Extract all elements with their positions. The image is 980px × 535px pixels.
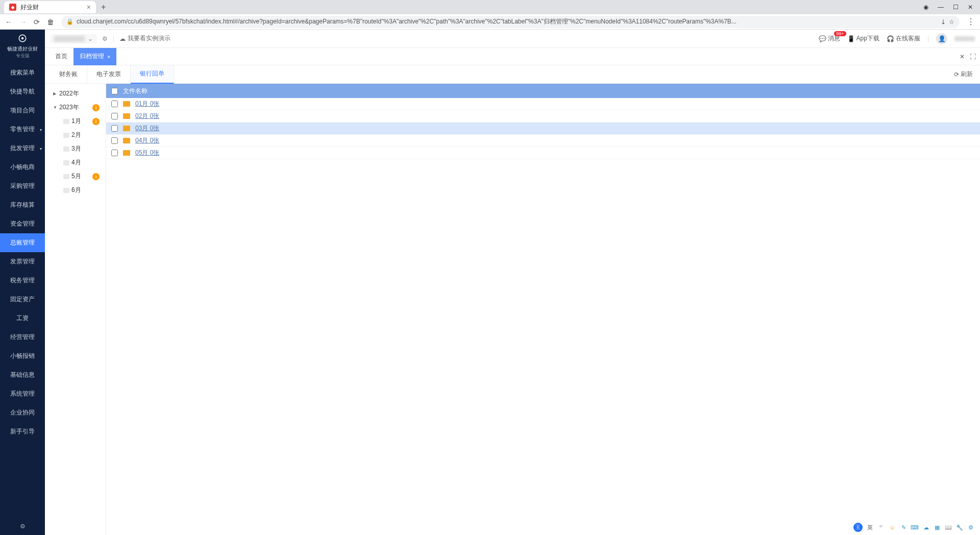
close-tab-icon[interactable]: × xyxy=(107,54,110,60)
svg-point-1 xyxy=(21,37,24,40)
sidebar-item-9[interactable]: 总账管理 xyxy=(0,233,45,252)
tree-year-2022-label: 2022年 xyxy=(59,89,79,98)
row-filename-link[interactable]: 03月 0张 xyxy=(135,124,159,133)
alert-dot-icon: i xyxy=(92,118,100,125)
row-checkbox[interactable] xyxy=(111,150,118,156)
sidebar-item-10[interactable]: 发票管理 xyxy=(0,252,45,271)
headset-icon: 🎧 xyxy=(887,35,894,42)
ime-settings-icon[interactable]: ⚙ xyxy=(967,523,975,531)
sidebar-item-12[interactable]: 固定资产 xyxy=(0,290,45,309)
sidebar-item-8[interactable]: 资金管理 xyxy=(0,214,45,233)
sidebar-item-14[interactable]: 经营管理 xyxy=(0,328,45,347)
select-all-checkbox[interactable] xyxy=(111,88,118,94)
app-download-button[interactable]: 📱 App下载 xyxy=(847,34,879,43)
sidebar-item-17[interactable]: 系统管理 xyxy=(0,384,45,403)
forward-icon[interactable]: → xyxy=(19,18,27,26)
sidebar-item-6[interactable]: 采购管理 xyxy=(0,177,45,196)
gear-icon[interactable]: ⚙ xyxy=(102,35,108,42)
close-tab-icon[interactable]: × xyxy=(87,3,91,11)
tab-archive[interactable]: 归档管理 × xyxy=(74,48,116,65)
row-checkbox[interactable] xyxy=(111,137,118,144)
row-checkbox[interactable] xyxy=(111,101,118,107)
company-selector[interactable]: ⌄ xyxy=(50,34,97,43)
row-checkbox[interactable] xyxy=(111,125,118,132)
reload-icon[interactable]: ⟳ xyxy=(34,18,40,26)
tree-month-4[interactable]: 4月 xyxy=(45,156,106,169)
list-row[interactable]: 04月 0张 xyxy=(106,135,980,147)
list-row[interactable]: 03月 0张 xyxy=(106,123,980,135)
inner-tabs: 财务账 电子发票 银行回单 ⟳ 刷新 xyxy=(45,65,980,84)
support-button[interactable]: 🎧 在线客服 xyxy=(887,34,920,43)
fullscreen-icon[interactable]: ⛶ xyxy=(970,53,976,60)
maximize-icon[interactable]: ☐ xyxy=(953,4,959,11)
minimize-icon[interactable]: — xyxy=(938,4,944,11)
menu-icon[interactable]: ⋮ xyxy=(967,17,975,27)
ime-lang-toggle[interactable]: 英 xyxy=(866,523,874,531)
app-download-label: App下载 xyxy=(856,34,879,43)
sidebar-item-15[interactable]: 小畅报销 xyxy=(0,347,45,366)
address-bar[interactable]: 🔒 cloud.chanjet.com/cc/u6d89qwnryel/57bf… xyxy=(61,16,960,28)
sidebar-item-19[interactable]: 新手引导 xyxy=(0,422,45,441)
sidebar-item-3[interactable]: 零售管理▾ xyxy=(0,120,45,139)
ime-main-icon[interactable]: 王 xyxy=(853,523,863,532)
tree-year-2022[interactable]: ▶ 2022年 xyxy=(45,87,106,101)
sidebar-item-5[interactable]: 小畅电商 xyxy=(0,158,45,177)
ime-cloud-icon[interactable]: ☁ xyxy=(922,523,930,531)
close-all-icon[interactable]: ✕ xyxy=(960,53,965,60)
list-row[interactable]: 05月 0张 xyxy=(106,147,980,159)
back-icon[interactable]: ← xyxy=(5,18,12,26)
sidebar-item-18[interactable]: 企业协同 xyxy=(0,403,45,422)
tree-month-5[interactable]: 5月i xyxy=(45,169,106,183)
ime-dict-icon[interactable]: 📖 xyxy=(944,523,952,531)
folder-tree: ▶ 2022年 ▼ 2023年 i 1月i2月3月4月5月i6月 xyxy=(45,84,106,535)
install-icon[interactable]: ⤓ xyxy=(941,18,946,26)
row-filename-link[interactable]: 01月 0张 xyxy=(135,100,159,108)
folder-icon xyxy=(123,126,130,131)
row-filename-link[interactable]: 04月 0张 xyxy=(135,136,159,145)
sidebar-item-label: 系统管理 xyxy=(10,390,35,397)
tree-month-2[interactable]: 2月 xyxy=(45,128,106,142)
sidebar-item-16[interactable]: 基础信息 xyxy=(0,366,45,384)
inner-tab-bank[interactable]: 银行回单 xyxy=(131,65,174,84)
sidebar-item-label: 固定资产 xyxy=(10,296,35,303)
sidebar-item-0[interactable]: 搜索菜单 xyxy=(0,63,45,82)
new-tab-icon[interactable]: + xyxy=(101,3,106,12)
ime-emoji-icon[interactable]: ☺ xyxy=(888,523,896,531)
tab-home[interactable]: 首页 xyxy=(49,48,74,65)
ime-mic-icon[interactable]: ✎ xyxy=(899,523,908,531)
sidebar-item-7[interactable]: 库存核算 xyxy=(0,196,45,214)
row-filename-link[interactable]: 05月 0张 xyxy=(135,149,159,157)
settings-gear-icon[interactable]: ⚙ xyxy=(0,518,45,535)
ime-panel-icon[interactable]: ▦ xyxy=(933,523,941,531)
star-icon[interactable]: ☆ xyxy=(949,18,954,26)
avatar[interactable]: 👤 xyxy=(936,33,947,44)
list-row[interactable]: 02月 0张 xyxy=(106,110,980,123)
inner-tab-einvoice[interactable]: 电子发票 xyxy=(87,65,131,84)
browser-tab[interactable]: ◆ 好业财 × xyxy=(4,1,96,13)
refresh-button[interactable]: ⟳ 刷新 xyxy=(954,70,973,79)
ime-keyboard-icon[interactable]: ⌨ xyxy=(911,523,919,531)
demo-link[interactable]: ☁ 我要看实例演示 xyxy=(119,34,170,43)
sidebar-item-label: 项目合同 xyxy=(10,107,35,114)
tree-month-1[interactable]: 1月i xyxy=(45,114,106,128)
messages-button[interactable]: 💬 消息 99+ xyxy=(819,34,840,43)
delete-icon[interactable]: 🗑 xyxy=(47,18,54,26)
list-row[interactable]: 01月 0张 xyxy=(106,98,980,110)
sidebar-item-1[interactable]: 快捷导航 xyxy=(0,82,45,101)
row-filename-link[interactable]: 02月 0张 xyxy=(135,112,159,120)
tab-archive-label: 归档管理 xyxy=(80,52,104,61)
tree-month-3[interactable]: 3月 xyxy=(45,142,106,156)
sidebar-item-11[interactable]: 税务管理 xyxy=(0,271,45,290)
inner-tab-finance[interactable]: 财务账 xyxy=(50,65,87,84)
ime-tools-icon[interactable]: 🔧 xyxy=(955,523,964,531)
sidebar-item-2[interactable]: 项目合同 xyxy=(0,101,45,120)
close-window-icon[interactable]: ✕ xyxy=(968,4,973,11)
tree-year-2023[interactable]: ▼ 2023年 i xyxy=(45,101,106,114)
sidebar-item-label: 库存核算 xyxy=(10,201,35,208)
ime-punct-icon[interactable]: °' xyxy=(877,523,885,531)
tree-month-6[interactable]: 6月 xyxy=(45,183,106,197)
sidebar-item-13[interactable]: 工资 xyxy=(0,309,45,328)
browser-ext-icon[interactable]: ◉ xyxy=(923,4,928,11)
sidebar-item-4[interactable]: 批发管理▾ xyxy=(0,139,45,158)
row-checkbox[interactable] xyxy=(111,113,118,119)
